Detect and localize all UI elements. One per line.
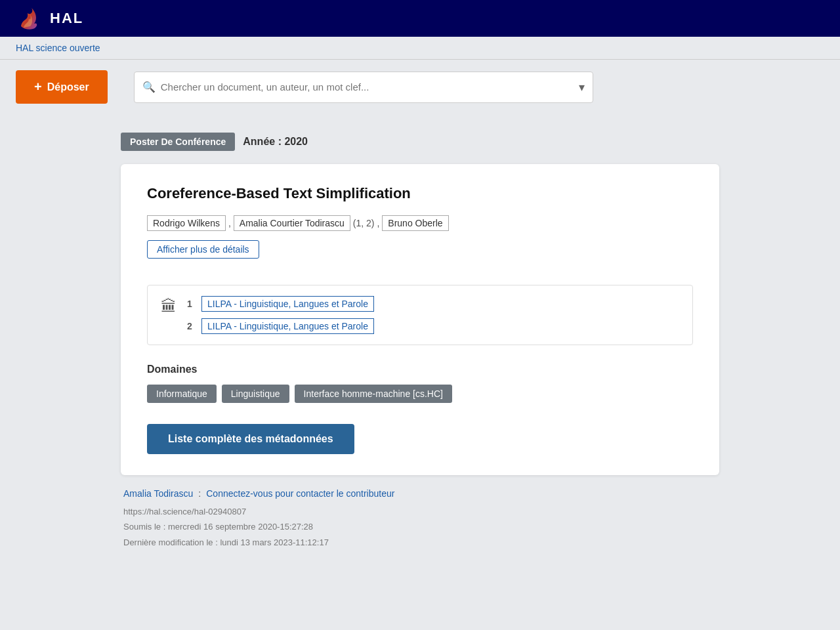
document-title: Coreference-Based Text Simplification [147, 185, 693, 202]
badge-row: Poster De Conférence Année : 2020 [121, 133, 719, 151]
search-box: 🔍 ▾ [134, 72, 593, 103]
site-header: HAL [0, 0, 840, 37]
nav-bar: HAL science ouverte [0, 37, 840, 60]
year-prefix: Année : [243, 136, 284, 147]
search-icon: 🔍 [142, 81, 156, 93]
deposit-button[interactable]: + Déposer [16, 70, 108, 104]
hal-logo: HAL [16, 5, 83, 32]
document-card: Coreference-Based Text Simplification Ro… [121, 164, 719, 475]
deposit-label: Déposer [47, 81, 89, 93]
hal-url-link[interactable]: https://hal.science/hal-02940807 [123, 507, 246, 516]
domain-tag-informatique: Informatique [147, 385, 217, 403]
search-input[interactable] [161, 81, 579, 93]
institution-icon: 🏛 [161, 297, 177, 316]
show-details-wrapper: Afficher plus de détails [147, 240, 693, 272]
type-badge: Poster De Conférence [121, 133, 235, 151]
domains-tags: Informatique Linguistique Interface homm… [147, 385, 693, 403]
hal-logo-text: HAL [50, 10, 83, 27]
contact-link[interactable]: Connectez-vous pour contacter le contrib… [206, 488, 394, 499]
contributor-row: Amalia Todirascu : Connectez-vous pour c… [123, 488, 717, 499]
footer-info: Amalia Todirascu : Connectez-vous pour c… [121, 488, 719, 550]
contributor-link[interactable]: Amalia Todirascu [123, 488, 193, 499]
author-tag-todirascu[interactable]: Amalia Courtier Todirascu [234, 215, 350, 231]
year-label: Année : 2020 [243, 136, 308, 148]
affil-link-1[interactable]: LILPA - Linguistique, Langues et Parole [201, 296, 374, 312]
affil-num-1: 1 [187, 299, 195, 309]
chevron-down-icon: ▾ [579, 80, 585, 94]
modified-line: Dernière modification le : lundi 13 mars… [123, 535, 717, 550]
domain-tag-ihm: Interface homme-machine [cs.HC] [295, 385, 452, 403]
affiliation-box: 🏛 1 LILPA - Linguistique, Langues et Par… [147, 285, 693, 345]
domains-section: Domaines Informatique Linguistique Inter… [147, 364, 693, 403]
contributor-sep: : [198, 488, 201, 499]
year-value: 2020 [284, 136, 308, 147]
author-tag-oberle[interactable]: Bruno Oberle [382, 215, 448, 231]
author-affil-todirascu: (1, 2) , [350, 218, 382, 228]
show-details-button[interactable]: Afficher plus de détails [147, 240, 259, 259]
breadcrumb-link[interactable]: HAL science ouverte [16, 43, 100, 53]
affil-link-2[interactable]: LILPA - Linguistique, Langues et Parole [201, 318, 374, 334]
domain-tag-linguistique: Linguistique [222, 385, 289, 403]
search-area: + Déposer 🔍 ▾ [0, 60, 840, 119]
affiliation-item-2: 2 LILPA - Linguistique, Langues et Parol… [187, 318, 374, 334]
main-content: Poster De Conférence Année : 2020 Corefe… [105, 119, 735, 563]
affiliation-item-1: 1 LILPA - Linguistique, Langues et Parol… [187, 296, 374, 312]
author-tag-wilkens[interactable]: Rodrigo Wilkens [147, 215, 226, 231]
author-sep-1: , [226, 218, 234, 228]
footer-meta: https://hal.science/hal-02940807 Soumis … [123, 504, 717, 550]
hal-url-line: https://hal.science/hal-02940807 [123, 504, 717, 519]
hal-logo-icon [16, 5, 42, 32]
plus-icon: + [34, 79, 42, 94]
affil-num-2: 2 [187, 321, 195, 331]
metadata-button[interactable]: Liste complète des métadonnées [147, 424, 354, 454]
affiliation-list: 1 LILPA - Linguistique, Langues et Parol… [187, 296, 374, 334]
authors-row: Rodrigo Wilkens , Amalia Courtier Todira… [147, 215, 693, 231]
domains-title: Domaines [147, 364, 693, 375]
submitted-line: Soumis le : mercredi 16 septembre 2020-1… [123, 519, 717, 534]
